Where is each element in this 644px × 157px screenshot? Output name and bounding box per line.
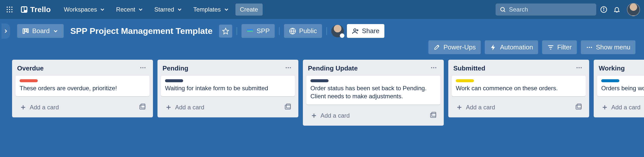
card-text: Waiting for intake form to be submitted [165, 84, 291, 92]
add-card-button[interactable]: Add a card [308, 111, 428, 121]
card-text: Order status has been set back to Pendin… [310, 84, 436, 101]
bolt-icon [490, 44, 497, 51]
add-card-button[interactable]: Add a card [163, 102, 283, 112]
nav-recent-label: Recent [116, 6, 135, 13]
board-view-icon [22, 28, 29, 35]
svg-rect-17 [23, 29, 25, 33]
nav-workspaces[interactable]: Workspaces [59, 4, 110, 16]
list-header: Pending [161, 63, 295, 73]
svg-rect-19 [27, 29, 28, 32]
search-input[interactable] [509, 6, 592, 13]
svg-point-1 [9, 7, 10, 8]
svg-rect-21 [247, 30, 253, 32]
template-icon [284, 103, 291, 110]
sidebar-expand-button[interactable] [2, 24, 10, 39]
list-menu-button[interactable] [283, 63, 293, 73]
board-title[interactable]: SPP Project Management Template [67, 26, 216, 36]
list: Pending Update Order status has been set… [303, 60, 444, 126]
nav-recent[interactable]: Recent [111, 4, 148, 16]
board-canvas[interactable]: Overdue These orders are overdue, priori… [0, 57, 644, 153]
nav-starred[interactable]: Starred [150, 4, 187, 16]
card-label[interactable] [20, 79, 38, 82]
card-template-button[interactable] [137, 102, 147, 113]
card-label[interactable] [601, 79, 619, 82]
bell-icon [613, 6, 620, 13]
card-template-button[interactable] [574, 102, 584, 113]
card[interactable]: These orders are overdue, prioritize! [16, 76, 149, 96]
svg-rect-11 [24, 7, 26, 10]
trello-logo[interactable]: Trello [17, 5, 54, 14]
ellipsis-icon [430, 64, 437, 71]
show-menu-button[interactable]: Show menu [581, 40, 635, 54]
card-template-button[interactable] [283, 102, 293, 113]
info-button[interactable] [598, 4, 609, 15]
list-menu-button[interactable] [574, 63, 584, 73]
list-title[interactable]: Pending Update [308, 64, 358, 72]
list: Overdue These orders are overdue, priori… [12, 60, 153, 117]
card-template-button[interactable] [428, 110, 438, 121]
nav-templates[interactable]: Templates [189, 4, 234, 16]
svg-point-42 [290, 67, 291, 68]
workspace-button[interactable]: SPP [242, 24, 275, 38]
nav-starred-label: Starred [154, 6, 174, 13]
card[interactable]: Waiting for intake form to be submitted [161, 76, 295, 96]
svg-point-56 [581, 67, 582, 68]
card-label[interactable] [310, 79, 329, 82]
add-card-button[interactable]: Add a card [18, 102, 137, 112]
filter-icon [547, 44, 554, 51]
svg-point-41 [288, 67, 289, 68]
create-button[interactable]: Create [235, 4, 263, 16]
card-text: These orders are overdue, prioritize! [20, 84, 145, 92]
svg-point-40 [286, 67, 287, 68]
card-label[interactable] [165, 79, 183, 82]
chevron-down-icon [53, 28, 59, 34]
card[interactable]: Orders being worked on [597, 76, 644, 96]
share-button-label: Share [362, 27, 379, 35]
power-ups-button[interactable]: Power-Ups [428, 40, 481, 54]
ellipsis-icon [586, 44, 593, 51]
card[interactable]: Work can commence on these orders. [452, 76, 586, 96]
list-title[interactable]: Working [599, 64, 625, 72]
list-footer: Add a card [16, 99, 149, 115]
automation-label: Automation [500, 43, 533, 51]
filter-button[interactable]: Filter [542, 40, 577, 54]
view-switcher[interactable]: Board [17, 24, 64, 38]
list-title[interactable]: Submitted [453, 64, 485, 72]
search-box[interactable] [496, 4, 596, 16]
star-board-button[interactable] [219, 25, 232, 38]
visibility-label: Public [299, 27, 317, 35]
add-card-button[interactable]: Add a card [454, 102, 574, 112]
chevron-down-icon [177, 7, 183, 13]
ellipsis-icon [285, 64, 292, 71]
list-menu-button[interactable] [138, 63, 148, 73]
svg-point-34 [142, 67, 144, 68]
chevron-down-icon [223, 7, 229, 13]
svg-point-5 [11, 9, 13, 10]
power-ups-label: Power-Ups [444, 43, 476, 51]
template-icon [575, 103, 582, 110]
board-member-avatar[interactable] [331, 25, 344, 37]
svg-line-13 [504, 11, 505, 12]
list-menu-button[interactable] [429, 63, 439, 73]
svg-point-30 [587, 47, 588, 48]
list-header: Pending Update [306, 63, 440, 73]
svg-point-55 [579, 67, 580, 68]
chevron-down-icon [99, 7, 105, 13]
add-card-button[interactable]: Add a card [599, 102, 644, 112]
list-title[interactable]: Pending [163, 64, 188, 72]
list-title[interactable]: Overdue [17, 64, 44, 72]
account-avatar[interactable] [627, 3, 640, 16]
svg-point-54 [577, 67, 578, 68]
app-switcher-button[interactable] [4, 4, 15, 15]
share-button[interactable]: Share [347, 24, 384, 38]
list-footer: Add a card [452, 99, 586, 115]
automation-button[interactable]: Automation [485, 40, 538, 54]
card[interactable]: Order status has been set back to Pendin… [306, 76, 440, 105]
header-divider [327, 27, 327, 35]
notifications-button[interactable] [611, 4, 622, 15]
visibility-button[interactable]: Public [284, 24, 322, 38]
add-card-label: Add a card [466, 104, 495, 111]
card-label[interactable] [456, 79, 474, 82]
search-icon [500, 6, 506, 13]
add-card-label: Add a card [30, 104, 59, 111]
